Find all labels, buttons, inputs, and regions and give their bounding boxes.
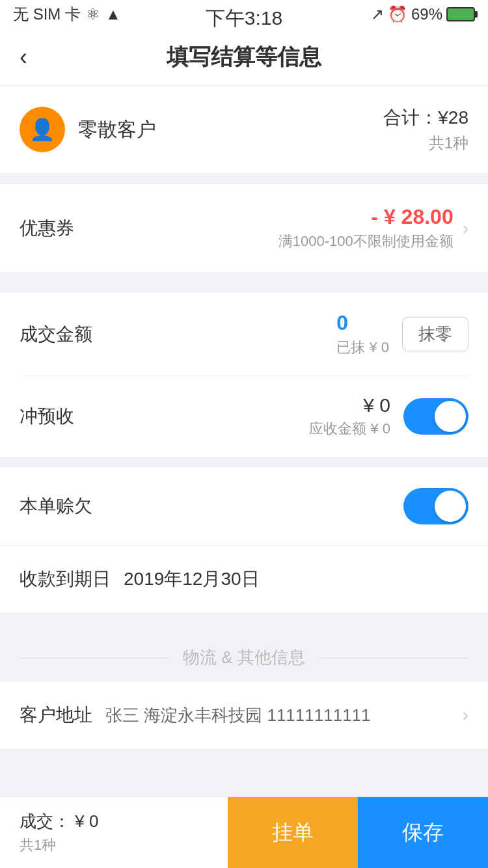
- duedate-value: 2019年12月30日: [124, 567, 260, 591]
- status-right: ↗ ⏰ 69%: [371, 5, 475, 23]
- status-time: 下午3:18: [206, 5, 282, 32]
- bottom-info: 成交： ¥ 0 共1种: [0, 810, 228, 855]
- address-chevron-icon: ›: [463, 705, 468, 726]
- alarm-icon: ⏰: [388, 5, 407, 23]
- prepay-row: 冲预收 ¥ 0 应收金额 ¥ 0: [20, 376, 468, 457]
- address-label: 客户地址: [20, 703, 92, 727]
- debt-section: 本单赊欠 收款到期日 2019年12月30日: [0, 467, 488, 612]
- toggle-knob: [435, 401, 466, 432]
- customer-count: 共1种: [383, 133, 468, 154]
- transaction-sub: 已抹 ¥ 0: [336, 338, 389, 357]
- prepay-right: ¥ 0 应收金额 ¥ 0: [309, 394, 468, 439]
- prepay-value: ¥ 0: [309, 394, 390, 416]
- transaction-value: 0: [336, 311, 389, 335]
- amount-section: 成交金额 0 已抹 ¥ 0 抹零 冲预收 ¥ 0 应收金额 ¥ 0: [0, 293, 488, 457]
- avatar-icon: 👤: [29, 117, 55, 142]
- wifi-signal: ▲: [105, 5, 121, 23]
- location-icon: ↗: [371, 5, 384, 23]
- avatar: 👤: [20, 107, 65, 152]
- pending-button[interactable]: 挂单: [228, 797, 358, 869]
- debt-toggle-knob: [435, 491, 466, 522]
- bottom-count: 共1种: [20, 835, 208, 855]
- coupon-section: 优惠券 - ¥ 28.00 满1000-100不限制使用金额 ›: [0, 183, 488, 272]
- battery-percent: 69%: [411, 5, 442, 23]
- deal-label: 成交：: [20, 811, 70, 831]
- address-value: 张三 海淀永丰科技园 11111111111: [105, 704, 459, 727]
- save-button[interactable]: 保存: [358, 797, 488, 869]
- customer-left: 👤 零散客户: [20, 107, 156, 152]
- customer-name: 零散客户: [78, 116, 156, 143]
- nav-bar: ‹ 填写结算等信息: [0, 29, 488, 86]
- content-area: 👤 零散客户 合计：¥28 共1种 优惠券 - ¥ 28.00 满1000-10…: [0, 86, 488, 837]
- prepay-toggle[interactable]: [403, 398, 468, 435]
- debt-label: 本单赊欠: [20, 494, 92, 519]
- status-bar: 无 SIM 卡 ⚛︎ ▲ 下午3:18 ↗ ⏰ 69%: [0, 0, 488, 29]
- bottom-deal: 成交： ¥ 0: [20, 810, 208, 833]
- prepay-sub: 应收金额 ¥ 0: [309, 419, 390, 439]
- address-row[interactable]: 客户地址 张三 海淀永丰科技园 11111111111 ›: [0, 682, 488, 748]
- transaction-label: 成交金额: [20, 322, 92, 347]
- duedate-row: 收款到期日 2019年12月30日: [0, 545, 488, 612]
- coupon-label: 优惠券: [20, 216, 74, 241]
- page-title: 填写结算等信息: [167, 42, 321, 72]
- customer-total: 合计：¥28: [383, 105, 468, 130]
- deal-value: ¥ 0: [75, 811, 98, 831]
- transaction-amount-row: 成交金额 0 已抹 ¥ 0 抹零: [20, 293, 468, 376]
- coupon-desc: 满1000-100不限制使用金额: [278, 232, 454, 251]
- logistics-header: 物流 & 其他信息: [0, 633, 488, 682]
- bottom-bar: 成交： ¥ 0 共1种 挂单 保存: [0, 796, 488, 868]
- battery-icon: [446, 7, 475, 21]
- address-section: 客户地址 张三 海淀永丰科技园 11111111111 ›: [0, 682, 488, 748]
- prepay-label: 冲预收: [20, 404, 74, 429]
- transaction-right: 0 已抹 ¥ 0 抹零: [336, 311, 468, 357]
- chevron-right-icon: ›: [463, 218, 468, 239]
- debt-toggle[interactable]: [403, 488, 468, 524]
- divider-1: [0, 282, 488, 293]
- round-zero-button[interactable]: 抹零: [402, 317, 468, 351]
- customer-section: 👤 零散客户 合计：¥28 共1种: [0, 86, 488, 173]
- logistics-label: 物流 & 其他信息: [170, 646, 318, 669]
- status-left: 无 SIM 卡 ⚛︎ ▲: [13, 4, 121, 25]
- customer-right: 合计：¥28 共1种: [383, 105, 468, 154]
- back-button[interactable]: ‹: [20, 44, 27, 71]
- divider-2: [0, 457, 488, 467]
- customer-row: 👤 零散客户 合计：¥28 共1种: [0, 86, 488, 173]
- debt-row: 本单赊欠: [0, 467, 488, 545]
- coupon-value: - ¥ 28.00: [278, 205, 454, 229]
- divider-3: [0, 623, 488, 633]
- duedate-label: 收款到期日: [20, 567, 111, 591]
- coupon-row[interactable]: 优惠券 - ¥ 28.00 满1000-100不限制使用金额 ›: [0, 183, 488, 272]
- wifi-icon: ⚛︎: [86, 5, 100, 23]
- carrier-text: 无 SIM 卡: [13, 4, 81, 25]
